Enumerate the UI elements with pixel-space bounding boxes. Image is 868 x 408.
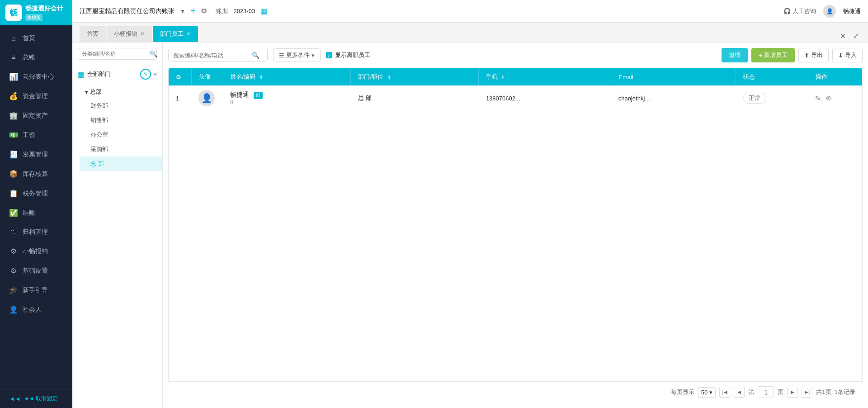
filter-label: 更多条件 (286, 51, 310, 59)
sidebar-item-more[interactable]: 👤 社会人 (0, 300, 72, 319)
sidebar-item-basic-label: 基础设置 (23, 267, 48, 275)
employee-name: 畅捷通 (230, 91, 249, 98)
cell-index: 1 (169, 85, 191, 111)
grid-icon: ▦ (78, 70, 85, 79)
sidebar-item-home-label: 首页 (23, 34, 35, 43)
tab-expense-label: 小畅报销 (114, 30, 137, 38)
export-button[interactable]: ⬆ 导出 (798, 48, 829, 62)
last-page-button[interactable]: ►| (802, 387, 812, 398)
dept-item-purchase[interactable]: 采购部 (80, 142, 162, 157)
logo-area: 畅 畅捷通好会计 旗舰版 (0, 0, 72, 25)
sidebar-item-ledger[interactable]: ≡ 总账 (0, 48, 72, 67)
sidebar-item-tax-label: 税务管理 (23, 190, 48, 198)
settings-icon[interactable]: ⚙ (201, 7, 207, 15)
dept-collapse-icon[interactable]: « (154, 71, 157, 77)
employee-name-row: 畅捷通 部 (230, 91, 344, 99)
tab-expense[interactable]: 小畅报销 ✕ (107, 26, 152, 42)
invite-button[interactable]: 邀请 (722, 48, 748, 62)
add-employee-label: 新增员工 (764, 51, 788, 59)
th-name-code[interactable]: 姓名/编码 ⇅ (223, 68, 351, 85)
dept-item-sales[interactable]: 销售部 (80, 113, 162, 128)
dept-item-finance[interactable]: 财务部 (80, 99, 162, 113)
dept-item-office[interactable]: 办公室 (80, 128, 162, 142)
employee-search-input[interactable] (173, 52, 249, 59)
sidebar-item-invoice[interactable]: 🧾 发票管理 (0, 145, 72, 164)
next-page-button[interactable]: ► (787, 387, 798, 398)
dept-search-icon[interactable]: 🔍 (150, 50, 157, 57)
sidebar-item-guide[interactable]: 🎓 新手引导 (0, 280, 72, 300)
page-number-input[interactable] (758, 386, 774, 398)
topbar: 江西服宝精品有限责任公司内账张 ▼ + ⚙ 账期 2023-03 ▦ 🎧 人工咨… (72, 0, 868, 23)
sidebar-item-basic[interactable]: ⚙ 基础设置 (0, 261, 72, 280)
basic-icon: ⚙ (9, 266, 18, 275)
sidebar-item-fixed-assets[interactable]: 🏢 固定资产 (0, 106, 72, 125)
cell-dept: 总 部 (351, 85, 479, 111)
employee-code: 0 (230, 99, 344, 105)
tab-expand-icon[interactable]: ⤢ (851, 30, 861, 42)
company-name: 江西服宝精品有限责任公司内账张 (80, 7, 175, 15)
sidebar-item-home[interactable]: ⌂ 首页 (0, 29, 72, 48)
reports-icon: 📊 (9, 72, 18, 81)
employee-table: ⚙ 头像 姓名/编码 ⇅ 部门/职位 ⇅ 手机 ⇅ Email 状态 操作 1 (169, 68, 862, 111)
dept-edit-icon[interactable]: ✎ (140, 69, 151, 80)
fixed-assets-icon: 🏢 (9, 111, 18, 120)
ledger-icon: ≡ (9, 53, 18, 62)
sidebar-item-expense[interactable]: ⚙ 小畅报销 (0, 242, 72, 261)
checkbox-icon: ✓ (326, 52, 332, 58)
user-avatar: 👤 (823, 5, 836, 18)
import-icon: ⬇ (838, 52, 843, 59)
calendar-icon[interactable]: ▦ (260, 7, 267, 15)
first-page-button[interactable]: |◄ (719, 387, 730, 398)
support-label: 人工咨询 (793, 7, 816, 15)
company-dropdown-icon[interactable]: ▼ (180, 8, 185, 14)
sidebar-item-settlement[interactable]: ✅ 结账 (0, 203, 72, 223)
logo-icon: 畅 (5, 5, 22, 21)
th-dept-position[interactable]: 部门/职位 ⇅ (351, 68, 479, 85)
filter-button[interactable]: ☰ 更多条件 ▾ (273, 48, 321, 62)
sidebar-item-settlement-label: 结账 (23, 209, 35, 217)
dept-search-input[interactable] (82, 51, 150, 57)
sidebar-item-expense-label: 小畅报销 (23, 247, 48, 256)
prev-page-button[interactable]: ◄ (734, 387, 745, 398)
tab-home[interactable]: 首页 (80, 26, 106, 42)
add-employee-button[interactable]: + 新增员工 (751, 48, 795, 62)
dept-item-hq[interactable]: 总 部 (80, 157, 162, 171)
sidebar-nav: ⌂ 首页 ≡ 总账 📊 云报表中心 💰 资金管理 🏢 固定资产 💵 工资 🧾 发… (0, 25, 72, 389)
filter-icon: ☰ (279, 52, 284, 59)
th-status: 状态 (736, 68, 808, 85)
sidebar-item-salary[interactable]: 💵 工资 (0, 125, 72, 145)
add-company-button[interactable]: + (191, 6, 196, 16)
export-label: 导出 (811, 51, 823, 59)
dept-tag: 部 (254, 92, 263, 99)
th-phone[interactable]: 手机 ⇅ (479, 68, 611, 85)
per-page-select[interactable]: 50 ▾ (698, 387, 716, 398)
sidebar-item-archive[interactable]: 🗂 归档管理 (0, 223, 72, 242)
tab-close-icon[interactable]: ✕ (838, 30, 848, 42)
support-button[interactable]: 🎧 人工咨询 (783, 7, 816, 15)
edit-button[interactable]: ✎ (815, 94, 821, 103)
inventory-icon: 📦 (9, 170, 18, 178)
salary-icon: 💵 (9, 131, 18, 139)
import-button[interactable]: ⬇ 导入 (832, 48, 863, 62)
sidebar-item-ledger-label: 总账 (23, 53, 35, 62)
table-row: 1 👤 畅捷通 部 0 (169, 85, 862, 111)
sidebar-item-tax[interactable]: 📋 税务管理 (0, 184, 72, 203)
sidebar-item-inventory[interactable]: 📦 库存核算 (0, 164, 72, 184)
tab-dept-close[interactable]: ✕ (186, 31, 191, 37)
tab-dept-employee[interactable]: 部门员工 ✕ (153, 26, 198, 42)
unpin-button[interactable]: ◄◄ ◄◄ 取消固定 (0, 389, 72, 408)
dept-group-hq-label[interactable]: ▾ 总部 (80, 85, 162, 99)
tab-dept-label: 部门员工 (160, 30, 184, 38)
sidebar-item-reports[interactable]: 📊 云报表中心 (0, 67, 72, 86)
tab-expense-close[interactable]: ✕ (140, 31, 145, 37)
exit-button[interactable]: ⎋ (826, 94, 831, 103)
sidebar-item-invoice-label: 发票管理 (23, 151, 48, 159)
th-settings[interactable]: ⚙ (169, 68, 191, 85)
employee-avatar: 👤 (198, 90, 215, 106)
sidebar-item-reports-label: 云报表中心 (23, 73, 54, 81)
all-depts-header[interactable]: ▦ 全部部门 ✎ « (72, 65, 162, 83)
sidebar-item-assets-mgmt[interactable]: 💰 资金管理 (0, 86, 72, 106)
employee-search-icon[interactable]: 🔍 (252, 52, 259, 59)
show-resigned-checkbox[interactable]: ✓ 显示离职员工 (326, 51, 370, 59)
headset-icon: 🎧 (783, 8, 791, 14)
